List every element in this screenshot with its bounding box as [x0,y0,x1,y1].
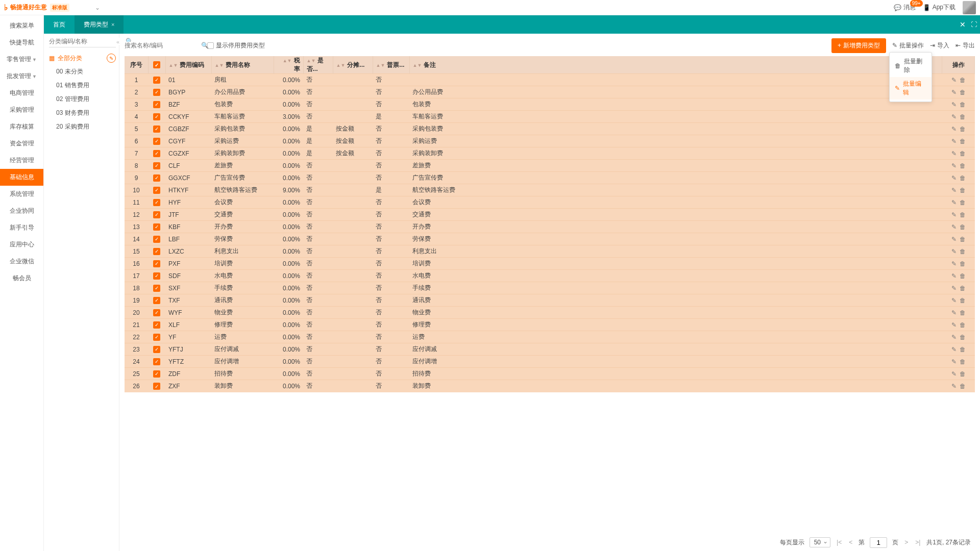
sidebar-item[interactable]: 系统管理 [0,186,43,203]
sidebar-item[interactable]: 新手引导 [0,219,43,236]
cell-checkbox[interactable]: ✓ [148,331,165,343]
sidebar-item[interactable]: 经营管理 [0,152,43,169]
cell-checkbox[interactable]: ✓ [148,380,165,392]
edit-row-icon[interactable]: ✎ [951,223,957,231]
edit-row-icon[interactable]: ✎ [951,346,957,353]
sidebar-item[interactable]: 采购管理 [0,102,43,118]
sidebar-item[interactable]: 企业协同 [0,203,43,219]
prev-page-button[interactable]: < [848,539,853,546]
cell-checkbox[interactable]: ✓ [148,111,165,123]
next-page-button[interactable]: > [903,539,909,546]
delete-row-icon[interactable]: 🗑 [960,162,966,169]
add-expense-type-button[interactable]: + 新增费用类型 [831,38,886,53]
first-page-button[interactable]: |< [836,539,843,546]
delete-row-icon[interactable]: 🗑 [960,174,966,182]
delete-row-icon[interactable]: 🗑 [960,260,966,267]
batch-edit-item[interactable]: ✎ 批量编辑 [890,77,932,99]
cell-checkbox[interactable]: ✓ [148,135,165,147]
tree-all-categories[interactable]: ▦ 全部分类 ✎ [49,52,116,65]
cell-checkbox[interactable]: ✓ [148,307,165,319]
cell-checkbox[interactable]: ✓ [148,258,165,270]
cell-checkbox[interactable]: ✓ [148,245,165,258]
col-alloc[interactable]: ▲▼分摊... [333,56,373,74]
col-rate[interactable]: ▲▼税率 [274,56,303,74]
cell-checkbox[interactable]: ✓ [148,160,165,172]
col-note[interactable]: ▲▼备注 [409,56,942,74]
messages-button[interactable]: 💬 消息 99+ [894,3,916,12]
edit-row-icon[interactable]: ✎ [951,89,957,96]
cell-checkbox[interactable]: ✓ [148,221,165,233]
sidebar-item[interactable]: 批发管理▼ [0,68,43,85]
close-all-tabs-button[interactable]: ✕ [960,20,966,29]
edit-row-icon[interactable]: ✎ [951,162,957,169]
delete-row-icon[interactable]: 🗑 [960,358,966,365]
delete-row-icon[interactable]: 🗑 [960,101,966,108]
edit-row-icon[interactable]: ✎ [951,334,957,341]
edit-row-icon[interactable]: ✎ [951,309,957,316]
sidebar-item[interactable]: 企业微信 [0,253,43,270]
delete-row-icon[interactable]: 🗑 [960,187,966,194]
col-name[interactable]: ▲▼费用名称 [211,56,274,74]
cell-checkbox[interactable]: ✓ [148,209,165,221]
delete-row-icon[interactable]: 🗑 [960,211,966,218]
sidebar-item[interactable]: 资金管理 [0,135,43,152]
tree-item[interactable]: 00 未分类 [49,65,116,79]
delete-row-icon[interactable]: 🗑 [960,272,966,280]
cell-checkbox[interactable]: ✓ [148,343,165,356]
edit-row-icon[interactable]: ✎ [951,113,957,120]
edit-row-icon[interactable]: ✎ [951,150,957,157]
edit-row-icon[interactable]: ✎ [951,358,957,365]
delete-row-icon[interactable]: 🗑 [960,223,966,231]
edit-row-icon[interactable]: ✎ [951,199,957,206]
delete-row-icon[interactable]: 🗑 [960,199,966,206]
col-pu[interactable]: ▲▼普票... [373,56,409,74]
col-select-all[interactable]: ✓ [148,56,165,74]
tree-item[interactable]: 01 销售费用 [49,79,116,92]
sidebar-item[interactable]: 库存核算 [0,118,43,135]
edit-row-icon[interactable]: ✎ [951,77,957,84]
cell-checkbox[interactable]: ✓ [148,172,165,184]
avatar[interactable] [963,1,976,14]
sidebar-item[interactable]: 搜索菜单 [0,17,43,34]
delete-row-icon[interactable]: 🗑 [960,138,966,145]
delete-row-icon[interactable]: 🗑 [960,126,966,133]
delete-row-icon[interactable]: 🗑 [960,297,966,304]
app-download-button[interactable]: 📱 App下载 [923,3,955,12]
edit-row-icon[interactable]: ✎ [951,187,957,194]
fullscreen-icon[interactable]: ⛶ [971,21,977,28]
edit-row-icon[interactable]: ✎ [951,383,957,390]
delete-row-icon[interactable]: 🗑 [960,309,966,316]
last-page-button[interactable]: >| [914,539,921,546]
batch-delete-item[interactable]: 🗑 批量删除 [890,55,932,77]
edit-row-icon[interactable]: ✎ [951,370,957,378]
batch-action-button[interactable]: ✎ 批量操作 [892,41,924,50]
tab-home[interactable]: 首页 [44,15,75,34]
edit-row-icon[interactable]: ✎ [951,272,957,280]
edit-row-icon[interactable]: ✎ [951,174,957,182]
cell-checkbox[interactable]: ✓ [148,74,165,86]
delete-row-icon[interactable]: 🗑 [960,89,966,96]
org-dropdown[interactable]: ⌄ [69,3,100,12]
col-seq[interactable]: 序号 [125,56,148,74]
cell-checkbox[interactable]: ✓ [148,233,165,245]
tree-search-input[interactable] [49,38,126,45]
cell-checkbox[interactable]: ✓ [148,356,165,368]
tree-item[interactable]: 02 管理费用 [49,92,116,106]
edit-row-icon[interactable]: ✎ [951,260,957,267]
sidebar-item[interactable]: 零售管理▼ [0,51,43,68]
sidebar-item[interactable]: 畅会员 [0,270,43,287]
delete-row-icon[interactable]: 🗑 [960,150,966,157]
cell-checkbox[interactable]: ✓ [148,196,165,209]
show-disabled-checkbox[interactable]: 显示停用费用类型 [207,41,265,50]
cell-checkbox[interactable]: ✓ [148,123,165,135]
page-size-select[interactable]: 50 [810,537,830,547]
edit-row-icon[interactable]: ✎ [951,211,957,218]
edit-row-icon[interactable]: ✎ [951,285,957,292]
page-input[interactable] [870,537,887,548]
edit-row-icon[interactable]: ✎ [951,321,957,329]
delete-row-icon[interactable]: 🗑 [960,77,966,84]
cell-checkbox[interactable]: ✓ [148,98,165,111]
tree-item[interactable]: 20 采购费用 [49,120,116,134]
export-button[interactable]: ⇤ 导出 [955,41,975,50]
col-code[interactable]: ▲▼费用编码 [165,56,211,74]
